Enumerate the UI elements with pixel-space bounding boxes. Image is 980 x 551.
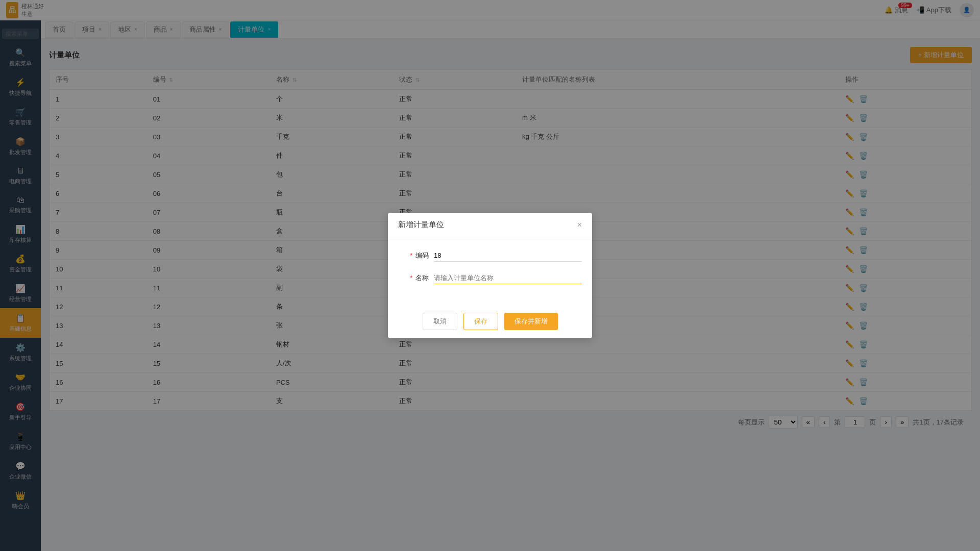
code-input[interactable]: [434, 249, 582, 262]
required-mark-name: *: [410, 274, 412, 282]
add-unit-modal: 新增计量单位 × * 编码 * 名称 取消 保存 保存并新增: [388, 213, 592, 338]
name-label: * 名称: [398, 273, 429, 283]
modal-footer: 取消 保存 保存并新增: [388, 307, 592, 338]
modal-overlay[interactable]: 新增计量单位 × * 编码 * 名称 取消 保存 保存并新增: [0, 0, 980, 551]
code-label: * 编码: [398, 251, 429, 260]
save-button[interactable]: 保存: [463, 313, 498, 330]
modal-body: * 编码 * 名称: [388, 237, 592, 307]
save-and-new-button[interactable]: 保存并新增: [504, 313, 558, 330]
form-row-name: * 名称: [398, 272, 582, 284]
required-mark: *: [410, 252, 412, 259]
cancel-button[interactable]: 取消: [423, 313, 457, 330]
name-input[interactable]: [434, 272, 582, 284]
modal-header: 新增计量单位 ×: [388, 213, 592, 237]
form-row-code: * 编码: [398, 249, 582, 262]
modal-title: 新增计量单位: [398, 220, 444, 230]
modal-close-button[interactable]: ×: [577, 220, 582, 230]
